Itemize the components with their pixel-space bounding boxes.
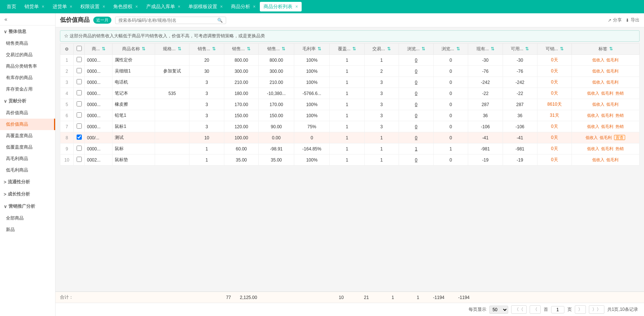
gear-header[interactable]: ⚙	[60, 44, 74, 55]
close-icon[interactable]: ×	[103, 4, 105, 9]
sidebar-group-liquidity[interactable]: > 流通性分析	[0, 176, 55, 188]
row-checkbox[interactable]	[77, 146, 82, 151]
row-gear[interactable]: 2	[60, 66, 74, 77]
col-browse1[interactable]: 浏览... ⇅	[399, 44, 433, 55]
row-browse1[interactable]: 0	[399, 77, 433, 88]
row-browse1[interactable]: 1	[399, 143, 433, 154]
search-input[interactable]	[118, 18, 215, 23]
col-sale-amt[interactable]: 销售... ⇅	[224, 44, 258, 55]
row-checkbox[interactable]	[77, 157, 82, 162]
row-gear[interactable]: 9	[60, 143, 74, 154]
sidebar-item-low-cover[interactable]: 低覆盖度商品	[0, 142, 55, 153]
browse-link[interactable]: 0	[415, 124, 417, 129]
row-browse1[interactable]: 0	[399, 110, 433, 121]
row-check[interactable]	[74, 154, 85, 166]
close-icon[interactable]: ×	[178, 4, 180, 9]
browse-link[interactable]: 0	[415, 157, 417, 163]
row-gear[interactable]: 6	[60, 110, 74, 121]
row-checkbox[interactable]	[77, 57, 82, 62]
sidebar-group-growth[interactable]: > 成长性分析	[0, 188, 55, 200]
row-browse1[interactable]: 0	[399, 99, 433, 110]
browse-link[interactable]: 0	[415, 80, 417, 85]
row-checkbox[interactable]	[77, 112, 82, 118]
row-browse1[interactable]: 0	[399, 132, 433, 143]
row-check[interactable]	[74, 55, 85, 66]
check-all-header[interactable]	[74, 44, 85, 55]
col-code[interactable]: 商... ⇅	[85, 44, 113, 55]
row-browse1[interactable]: 0	[399, 154, 433, 166]
next-page-btn[interactable]: 〉	[575, 305, 586, 314]
nav-template[interactable]: 单据模板设置 ×	[185, 2, 227, 11]
nav-home[interactable]: 首页	[3, 2, 20, 11]
row-browse1[interactable]: 0	[399, 55, 433, 66]
sidebar-group-contribution[interactable]: ∨ 贡献分析	[0, 95, 55, 107]
col-name[interactable]: 商品名称 ⇅	[113, 44, 155, 55]
sidebar-group-marketing[interactable]: ∨ 营销推广分析	[0, 200, 55, 213]
row-gear[interactable]: 7	[60, 121, 74, 132]
sidebar-item-high-cover[interactable]: 高覆盖度商品	[0, 130, 55, 142]
prev-page-btn[interactable]: 〈	[530, 305, 541, 314]
export-button[interactable]: ⬇ 导出	[625, 17, 640, 23]
nav-product-in[interactable]: 产成品入库单 ×	[142, 2, 184, 11]
row-gear[interactable]: 8	[60, 132, 74, 143]
sidebar-item-stock-goods[interactable]: 有库存的商品	[0, 72, 55, 84]
row-gear[interactable]: 5	[60, 99, 74, 110]
row-check[interactable]	[74, 143, 85, 154]
row-browse1[interactable]: 0	[399, 66, 433, 77]
close-icon[interactable]: ×	[70, 4, 72, 9]
row-check[interactable]	[74, 88, 85, 99]
nav-purchase[interactable]: 进货单 ×	[49, 2, 76, 11]
row-checkbox[interactable]	[77, 79, 82, 84]
browse-link[interactable]: 1	[415, 146, 417, 152]
nav-permission[interactable]: 权限设置 ×	[77, 2, 109, 11]
row-checkbox[interactable]	[77, 101, 82, 106]
sidebar-item-stock-capital[interactable]: 库存资金占用	[0, 84, 55, 95]
col-sale-qty[interactable]: 销售... ⇅	[189, 44, 224, 55]
sidebar-group-overview[interactable]: ∨ 整体信息	[0, 26, 55, 38]
check-all[interactable]	[77, 46, 82, 51]
sidebar-item-traded-goods[interactable]: 交易过的商品	[0, 49, 55, 61]
page-input[interactable]	[551, 306, 564, 313]
share-button[interactable]: ↗ 分享	[608, 17, 622, 23]
page-size-select[interactable]: 50 100 200	[489, 306, 508, 314]
row-gear[interactable]: 4	[60, 88, 74, 99]
browse-link[interactable]: 0	[415, 135, 417, 140]
row-gear[interactable]: 3	[60, 77, 74, 88]
col-available[interactable]: 可用... ⇅	[503, 44, 537, 55]
row-checkbox[interactable]	[77, 90, 82, 95]
browse-link[interactable]: 0	[415, 102, 417, 107]
row-check[interactable]	[74, 110, 85, 121]
sidebar-item-new-goods[interactable]: 新品	[0, 224, 55, 235]
close-icon[interactable]: ×	[42, 4, 44, 9]
col-cover[interactable]: 覆盖... ⇅	[330, 44, 364, 55]
date-badge[interactable]: 近一月	[93, 17, 111, 24]
sidebar-item-high-value[interactable]: 高价值商品	[0, 107, 55, 119]
row-checkbox[interactable]	[77, 68, 82, 73]
col-current[interactable]: 现有... ⇅	[468, 44, 503, 55]
sidebar-item-low-value[interactable]: 低价值商品	[0, 119, 55, 130]
browse-link[interactable]: 0	[415, 91, 417, 96]
col-trade[interactable]: 交易... ⇅	[364, 44, 399, 55]
nav-role[interactable]: 角色授权 ×	[110, 2, 142, 11]
row-checkbox[interactable]	[77, 123, 82, 129]
browse-link[interactable]: 0	[415, 58, 417, 63]
table-area[interactable]: ⚙ 商... ⇅ 商品名称 ⇅ 规格... ⇅ 销售... ⇅ 销售... ⇅ …	[56, 43, 644, 291]
nav-sales[interactable]: 销货单 ×	[21, 2, 48, 11]
col-tags[interactable]: 标签 ⇅	[572, 44, 640, 55]
nav-analysis-list[interactable]: 商品分析列表 ×	[260, 2, 302, 11]
browse-link[interactable]: 0	[415, 69, 417, 74]
row-check[interactable]	[74, 66, 85, 77]
nav-analysis[interactable]: 商品分析 ×	[227, 2, 259, 11]
col-gross-rate[interactable]: 毛利率 ⇅	[294, 44, 330, 55]
close-icon[interactable]: ×	[253, 4, 255, 9]
sidebar-item-low-margin[interactable]: 低毛利商品	[0, 164, 55, 176]
sidebar-item-all-goods[interactable]: 全部商品	[0, 213, 55, 224]
col-sale-profit[interactable]: 销售... ⇅	[259, 44, 294, 55]
browse-link[interactable]: 0	[415, 113, 417, 118]
row-gear[interactable]: 10	[60, 154, 74, 166]
row-browse1[interactable]: 0	[399, 88, 433, 99]
last-page-btn[interactable]: 〉〉	[589, 305, 604, 314]
col-browse2[interactable]: 浏览... ⇅	[433, 44, 468, 55]
close-icon[interactable]: ×	[295, 4, 298, 9]
col-spec[interactable]: 规格... ⇅	[155, 44, 189, 55]
